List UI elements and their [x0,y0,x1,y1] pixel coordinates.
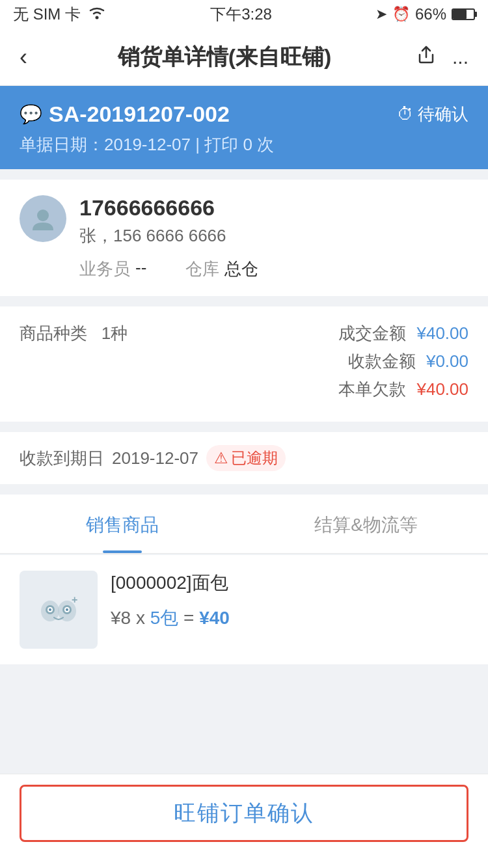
product-kinds-item: 商品种类 1种 [20,322,244,345]
price-text: ¥8 x [111,608,145,628]
clock-icon: ⏱ [397,104,414,124]
order-status: ⏱ 待确认 [397,103,468,126]
order-header: 💬 SA-20191207-002 ⏱ 待确认 单据日期：2019-12-07 … [0,86,488,169]
product-section: + [0000002]面包 ¥8 x 5包 = ¥40 [0,555,488,664]
carrier-text: 无 SIM 卡 [13,4,81,25]
product-item: + [0000002]面包 ¥8 x 5包 = ¥40 [20,571,468,649]
product-name: [0000002]面包 [111,571,468,595]
status-bar: 无 SIM 卡 下午3:28 ➤ ⏰ 66% [0,0,488,29]
summary-right: 成交金额 ¥40.00 收款金额 ¥0.00 本单欠款 ¥40.00 [244,322,468,406]
product-kinds-label: 商品种类 [20,323,87,343]
battery-icon [452,8,475,20]
overdue-text: 已逾期 [231,448,278,468]
summary-left: 商品种类 1种 [20,322,244,349]
page-title: 销货单详情(来自旺铺) [59,42,390,72]
overdue-icon: ⚠ [214,449,228,467]
nav-actions: ... [390,44,468,70]
customer-meta: 业务员 -- 仓库 总仓 [79,258,468,280]
share-icon[interactable] [416,44,437,70]
overdue-badge: ⚠ 已逾期 [206,445,286,471]
salesperson-value: -- [135,258,146,280]
customer-name: 张，156 6666 6666 [79,224,468,247]
customer-avatar [20,195,66,242]
product-price: ¥8 x 5包 = ¥40 [111,606,468,631]
deal-amount-label: 成交金额 [338,322,406,345]
warehouse-item: 仓库 总仓 [185,258,258,280]
time-text: 下午3:28 [210,4,272,25]
location-icon: ➤ [375,6,387,23]
debt-amount-label: 本单欠款 [338,378,406,401]
tabs-section: 销售商品 结算&物流等 [0,495,488,554]
deal-amount-value: ¥40.00 [416,323,468,344]
wifi-icon [87,5,107,23]
order-header-top: 💬 SA-20191207-002 ⏱ 待确认 [20,102,468,127]
due-label: 收款到期日 [20,447,104,470]
receipt-amount-value: ¥0.00 [426,351,468,372]
nav-bar: ‹ 销货单详情(来自旺铺) ... [0,29,488,86]
svg-point-0 [96,16,99,20]
customer-info: 17666666666 张，156 6666 6666 业务员 -- 仓库 总仓 [79,195,468,280]
deal-amount-row: 成交金额 ¥40.00 [244,322,468,345]
more-icon[interactable]: ... [452,46,468,68]
salesperson-item: 业务员 -- [79,258,146,280]
debt-amount-row: 本单欠款 ¥40.00 [244,378,468,401]
svg-point-1 [37,210,49,221]
status-left: 无 SIM 卡 [13,4,107,25]
svg-point-9 [66,608,68,611]
order-date: 单据日期：2019-12-07 | 打印 0 次 [20,133,468,156]
equals-text: = [183,608,194,628]
summary-section: 商品种类 1种 成交金额 ¥40.00 收款金额 ¥0.00 本单欠款 ¥40.… [0,306,488,422]
warehouse-value: 总仓 [224,258,258,280]
receipt-amount-label: 收款金额 [348,350,416,373]
svg-text:+: + [72,594,77,605]
bottom-bar: 旺铺订单确认 [0,774,488,868]
product-details: [0000002]面包 ¥8 x 5包 = ¥40 [111,571,468,631]
order-icon: 💬 [20,103,42,125]
receipt-amount-row: 收款金额 ¥0.00 [244,350,468,373]
tab-settlement[interactable]: 结算&物流等 [244,495,488,553]
svg-point-8 [49,608,51,611]
order-id: 💬 SA-20191207-002 [20,102,230,127]
alarm-icon: ⏰ [392,6,410,23]
salesperson-label: 业务员 [79,258,130,280]
battery-text: 66% [415,5,446,23]
product-kinds-value: 1种 [102,323,128,343]
tab-sales-products[interactable]: 销售商品 [0,495,244,553]
due-section: 收款到期日 2019-12-07 ⚠ 已逾期 [0,432,488,484]
back-button[interactable]: ‹ [20,44,59,71]
warehouse-label: 仓库 [185,258,219,280]
total-text: ¥40 [199,608,230,628]
customer-card: 17666666666 张，156 6666 6666 业务员 -- 仓库 总仓 [0,180,488,296]
customer-phone: 17666666666 [79,195,468,221]
confirm-button[interactable]: 旺铺订单确认 [20,785,468,842]
customer-section: 17666666666 张，156 6666 6666 业务员 -- 仓库 总仓 [20,195,468,280]
debt-amount-value: ¥40.00 [416,379,468,400]
quantity-text: 5包 [150,608,179,628]
due-date-value: 2019-12-07 [112,448,198,468]
status-right: ➤ ⏰ 66% [375,5,475,23]
product-thumbnail: + [20,571,98,649]
